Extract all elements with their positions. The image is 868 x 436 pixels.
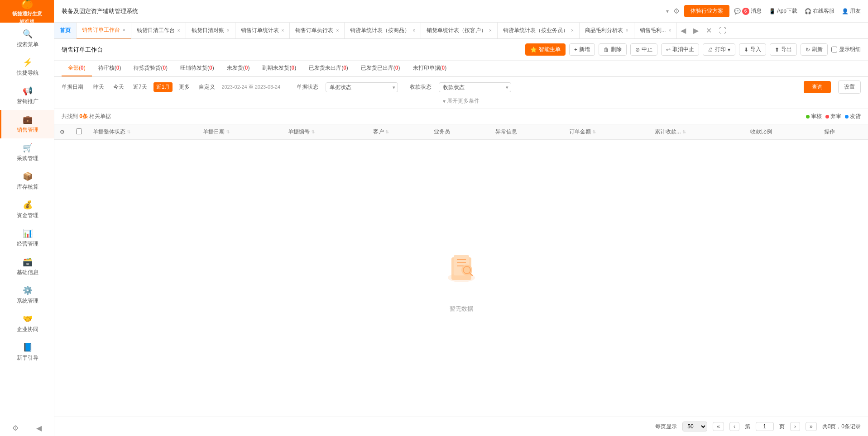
tab-close-sales-exec[interactable]: × [336, 28, 339, 33]
payment-select[interactable]: 收款状态 [439, 82, 511, 92]
date-btn-7days[interactable]: 近7天 [130, 82, 150, 92]
new-button[interactable]: + 新增 [569, 43, 595, 56]
last-page-button[interactable]: » [806, 422, 817, 431]
expand-filter-button[interactable]: ▾ 展开更多条件 [443, 97, 480, 105]
ship-button[interactable]: 发货 [845, 113, 861, 120]
status-select[interactable]: 单据状态 [326, 82, 398, 92]
sidebar-item-guide[interactable]: 📘新手引导 [0, 338, 54, 366]
sub-tab-wangpu-ship[interactable]: 旺铺待发货(0) [174, 61, 221, 76]
user-menu-button[interactable]: 👤 用友 [842, 7, 861, 15]
tab-maximize-button[interactable]: ⛶ [715, 27, 730, 35]
sidebar-item-inventory[interactable]: 📦库存核算 [0, 167, 54, 195]
tab-close-cash-daily[interactable]: × [177, 28, 180, 33]
stop-button[interactable]: ⊘ 中止 [630, 43, 657, 56]
select-all-checkbox[interactable] [76, 128, 82, 134]
tab-product-margin[interactable]: 商品毛利分析表× [580, 23, 634, 39]
review-button[interactable]: 审核 [806, 113, 822, 120]
payment-filter-label: 收款状态 [410, 83, 432, 91]
sub-tab-pending-inspect[interactable]: 待拣货验货(0) [127, 61, 174, 76]
tab-sales-summary-staff[interactable]: 销货单统计表（按业务员）× [498, 23, 580, 39]
th-amount[interactable]: 订单金额 ⇅ [564, 124, 649, 140]
filter-row-1: 单据日期 昨天 今天 近7天 近1月 更多 自定义 2023-02-24 至 2… [62, 81, 861, 94]
query-button[interactable]: 查询 [804, 81, 831, 93]
export-button[interactable]: ⬆ 导出 [770, 43, 797, 56]
tab-close-product-margin[interactable]: × [626, 28, 628, 33]
tab-sales-summary-customer[interactable]: 销货单统计表（按客户）× [421, 23, 498, 39]
refresh-button[interactable]: ↻ 刷新 [801, 43, 828, 56]
sidebar-item-system[interactable]: ⚙️系统管理 [0, 281, 54, 309]
cancel-review-button[interactable]: 弃审 [825, 113, 841, 120]
sidebar-item-base[interactable]: 🗃️基础信息 [0, 252, 54, 281]
cancel-stop-button[interactable]: ↩ 取消中止 [661, 43, 699, 56]
th-number[interactable]: 单据编号 ⇅ [283, 124, 368, 140]
sidebar-item-quick-nav[interactable]: ⚡快捷导航 [0, 53, 54, 81]
first-page-button[interactable]: « [713, 422, 724, 431]
header-settings-icon[interactable]: ⚙ [673, 7, 680, 15]
sidebar-item-enterprise[interactable]: 🤝企业协同 [0, 309, 54, 338]
sidebar-item-marketing[interactable]: 📢营销推广 [0, 81, 54, 110]
sub-tab-all[interactable]: 全部(0) [62, 61, 92, 76]
sidebar-item-purchase[interactable]: 🛒采购管理 [0, 138, 54, 167]
date-btn-yesterday[interactable]: 昨天 [91, 82, 107, 92]
total-records-text: 共0页，0条记录 [822, 423, 861, 431]
tab-sales-summary-product[interactable]: 销货单统计表（按商品）× [345, 23, 421, 39]
tab-close-all-button[interactable]: ✕ [702, 26, 715, 35]
print-button[interactable]: 🖨 打印 ▾ [703, 43, 735, 56]
sub-tab-overdue-not-ship[interactable]: 到期未发货(0) [256, 61, 302, 76]
set-button[interactable]: 设置 [838, 81, 861, 94]
dropdown-arrow-icon[interactable]: ▾ [666, 8, 669, 14]
tab-sales-more[interactable]: 销售毛利...× [634, 23, 677, 39]
message-button[interactable]: 💬 6 消息 [734, 7, 762, 15]
sub-tab-shipped-not-out[interactable]: 已发货未出库(0) [302, 61, 355, 76]
tab-sales-workbench[interactable]: 销售订单工作台× [77, 23, 131, 39]
tab-close-sales-summary-staff[interactable]: × [571, 28, 574, 33]
settings-icon[interactable]: ⚙ [60, 129, 65, 135]
sub-tab-not-shipped[interactable]: 未发货(0) [221, 61, 256, 76]
tab-prev-button[interactable]: ◀ [677, 26, 690, 35]
tab-close-sales-stat[interactable]: × [282, 28, 284, 33]
tab-next-button[interactable]: ▶ [690, 26, 702, 35]
app-download-button[interactable]: 📱 App下载 [769, 7, 797, 15]
settings-icon[interactable]: ⚙ [12, 424, 19, 432]
tab-close-sales-more[interactable]: × [669, 28, 671, 33]
sub-tab-pending-review[interactable]: 待审核(0) [92, 61, 128, 76]
tab-close-sales-summary-product[interactable]: × [412, 28, 415, 33]
delete-button[interactable]: 🗑 删除 [599, 43, 627, 56]
th-customer[interactable]: 客户 ⇅ [368, 124, 428, 140]
collapse-icon[interactable]: ◀ [36, 424, 42, 432]
smart-create-button[interactable]: ⭐ 智能生单 [525, 43, 566, 56]
show-detail-label[interactable]: 显示明细 [831, 46, 861, 53]
th-collected[interactable]: 累计收款... ⇅ [649, 124, 745, 140]
tab-close-cash-reconcile[interactable]: × [227, 28, 230, 33]
tab-sales-exec[interactable]: 销售订单执行表× [290, 23, 345, 39]
tab-sales-stat[interactable]: 销售订单统计表× [235, 23, 290, 39]
sidebar-item-sales[interactable]: 💼销售管理 [0, 110, 54, 138]
sidebar-item-search[interactable]: 🔍搜索菜单 [0, 24, 54, 53]
page-number-input[interactable] [756, 422, 774, 431]
th-date[interactable]: 单据日期 ⇅ [197, 124, 283, 140]
date-btn-custom[interactable]: 自定义 [196, 82, 218, 92]
tab-cash-reconcile[interactable]: 钱货日清对账× [186, 23, 235, 39]
sidebar-item-finance[interactable]: 💰资金管理 [0, 195, 54, 224]
page-size-select[interactable]: 50 100 200 [682, 422, 707, 431]
tab-close-sales-summary-customer[interactable]: × [489, 28, 492, 33]
industry-solution-button[interactable]: 体验行业方案 [684, 5, 729, 17]
tab-close-sales-workbench[interactable]: × [123, 28, 125, 33]
date-btn-1month[interactable]: 近1月 [153, 82, 173, 92]
show-detail-checkbox[interactable] [831, 47, 837, 52]
sidebar-item-operation[interactable]: 📊经营管理 [0, 224, 54, 252]
sidebar-label-finance: 资金管理 [17, 212, 38, 219]
sub-tab-not-printed[interactable]: 未打印单据(0) [407, 61, 453, 76]
tab-home[interactable]: 首页 [54, 23, 77, 39]
online-service-button[interactable]: 🎧 在线客服 [805, 7, 834, 15]
tab-cash-daily[interactable]: 钱货日清工作台× [131, 23, 186, 39]
th-status[interactable]: 单据整体状态 ⇅ [87, 124, 197, 140]
th-customer-label: 客户 [373, 128, 384, 136]
tab-label-sales-summary-product: 销货单统计表（按商品） [350, 27, 410, 34]
next-page-button[interactable]: › [790, 422, 800, 431]
date-btn-today[interactable]: 今天 [110, 82, 127, 92]
import-button[interactable]: ⬇ 导入 [739, 43, 766, 56]
sub-tab-shipped-out[interactable]: 已发货已出库(0) [355, 61, 407, 76]
date-btn-more[interactable]: 更多 [176, 82, 192, 92]
prev-page-button[interactable]: ‹ [729, 422, 739, 431]
